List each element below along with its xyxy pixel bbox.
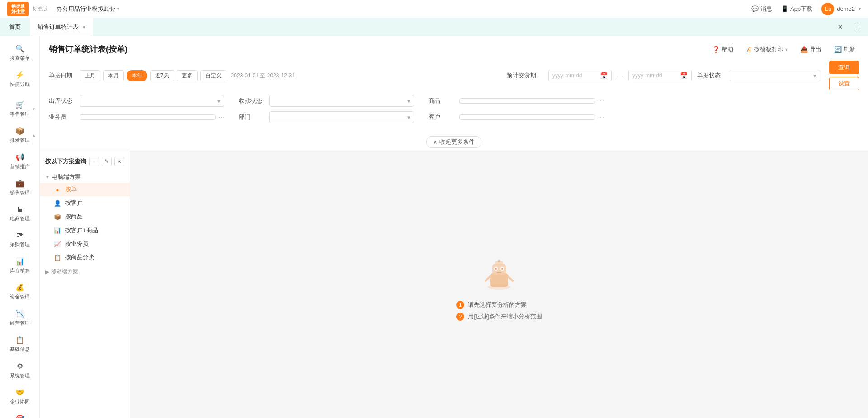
marketing-icon: 📢 [15, 153, 24, 162]
lp-item-customer-label: 按客户 [65, 199, 83, 207]
query-btn[interactable]: 查询 [829, 61, 859, 74]
sidebar-item-retail[interactable]: 🛒 零售管理 [0, 96, 39, 122]
lp-item-goods[interactable]: 📦 按商品 [40, 210, 130, 223]
date-filter-group: 上月 本月 本年 近7天 更多 自定义 2023-01-01 至 2023-12… [80, 70, 501, 81]
lp-item-customer[interactable]: 👤 按客户 [40, 196, 130, 210]
tab-sales-stats[interactable]: 销售订单统计表 × [30, 18, 93, 36]
delivery-status-select[interactable] [80, 95, 224, 107]
date-picker-icon-1[interactable]: 📅 [600, 72, 608, 79]
lp-item-order-label: 按单 [65, 185, 77, 194]
sidebar-marketing-label: 营销推广 [10, 163, 30, 170]
help-btn[interactable]: ❓ 帮助 [708, 43, 737, 55]
lp-item-customer-goods[interactable]: 📊 按客户+商品 [40, 223, 130, 237]
sidebar-item-basic-info[interactable]: 📋 基础信息 [0, 331, 39, 357]
print-icon: 🖨 [746, 46, 752, 53]
sidebar-item-sales[interactable]: 💼 销售管理 [0, 175, 39, 201]
app-download-btn[interactable]: 📱 App下载 [781, 5, 812, 13]
lp-mobile-group[interactable]: ▶ 移动端方案 [40, 264, 130, 277]
date-picker-icon-2[interactable]: 📅 [680, 72, 688, 79]
guide-icon: 🎯 [15, 414, 24, 418]
goods-field: ··· [459, 97, 604, 105]
settings-btn[interactable]: 设置 [829, 77, 859, 90]
lp-add-btn[interactable]: + [89, 157, 99, 166]
sidebar-sales-label: 销售管理 [10, 190, 30, 196]
user-menu[interactable]: Ea demo2 ▾ [821, 3, 861, 15]
user-menu-arrow: ▾ [859, 6, 861, 11]
customer-input[interactable] [459, 114, 595, 120]
lp-edit-btn[interactable]: ✎ [102, 157, 112, 166]
lp-item-goods-category[interactable]: 📋 按商品分类 [40, 251, 130, 264]
custom-btn[interactable]: 自定义 [200, 70, 226, 81]
hint-num-2: 2 [456, 313, 464, 321]
sidebar-item-finance[interactable]: 💰 资金管理 [0, 279, 39, 305]
print-btn[interactable]: 🖨 按模板打印 ▾ [742, 43, 791, 55]
window-expand-btn[interactable]: ⛶ [850, 21, 863, 33]
sidebar-ecommerce-label: 电商管理 [10, 215, 30, 222]
lp-item-goods-category-icon: 📋 [53, 254, 61, 261]
this-year-btn[interactable]: 本年 [127, 70, 147, 81]
message-btn[interactable]: 💬 消息 [751, 5, 772, 13]
last7-btn[interactable]: 近7天 [150, 70, 174, 81]
help-label: 帮助 [722, 45, 733, 53]
lp-item-goods-label: 按商品 [65, 213, 83, 221]
operations-icon: 📉 [15, 309, 24, 318]
lp-item-salesperson-label: 按业务员 [65, 240, 89, 248]
expected-date-end[interactable]: yyyy-mm-dd 📅 [628, 70, 692, 81]
department-label: 部门 [239, 113, 264, 121]
payment-status-wrap: ▾ [269, 95, 414, 107]
order-status-select-wrap: ▾ [730, 70, 820, 81]
sidebar-item-operations[interactable]: 📉 经营管理 [0, 305, 39, 331]
purchase-icon: 🛍 [16, 231, 24, 239]
lp-item-salesperson[interactable]: 📈 按业务员 [40, 237, 130, 251]
goods-input[interactable] [459, 98, 595, 104]
sidebar-item-system[interactable]: ⚙ 系统管理 [0, 357, 39, 384]
order-status-select[interactable] [730, 70, 820, 81]
export-btn[interactable]: 📤 导出 [797, 43, 825, 55]
lp-pc-group[interactable]: ▼ 电脑端方案 [40, 170, 130, 183]
department-wrap: ▾ [269, 111, 414, 123]
sidebar-wholesale-label: 批发管理 [10, 137, 30, 144]
sidebar-item-quick-nav[interactable]: ⚡ 快捷导航 [0, 66, 39, 92]
goods-dots[interactable]: ··· [598, 97, 604, 105]
sidebar-item-guide[interactable]: 🎯 新手引导 [0, 410, 39, 418]
sidebar-enterprise-label: 企业协同 [10, 399, 30, 405]
sidebar-item-inventory[interactable]: 📊 库存核算 [0, 252, 39, 279]
btn-col: 查询 设置 [829, 61, 859, 90]
tab-sales-stats-label: 销售订单统计表 [38, 23, 79, 31]
sidebar-item-search[interactable]: 🔍 搜索菜单 [0, 40, 39, 66]
collapse-bar[interactable]: ∧ 收起更多条件 [40, 133, 868, 151]
svg-line-9 [508, 276, 513, 281]
tabbar: 首页 销售订单统计表 × ✕ ⛶ [0, 18, 868, 36]
sidebar-item-ecommerce[interactable]: 🖥 电商管理 [0, 201, 39, 227]
refresh-btn[interactable]: 🔄 刷新 [830, 43, 859, 55]
wholesale-icon: 📦 [15, 127, 24, 135]
salesperson-input[interactable] [80, 114, 216, 120]
more-btn[interactable]: 更多 [177, 70, 198, 81]
salesperson-dots[interactable]: ··· [218, 113, 224, 121]
sidebar-item-enterprise[interactable]: 🤝 企业协同 [0, 384, 39, 410]
window-close-btn[interactable]: ✕ [834, 21, 846, 33]
expected-date-start[interactable]: yyyy-mm-dd 📅 [548, 70, 612, 81]
lp-collapse-btn[interactable]: « [114, 157, 124, 166]
payment-status-label: 收款状态 [239, 97, 264, 105]
sidebar-search-label: 搜索菜单 [10, 55, 30, 62]
sidebar-item-wholesale[interactable]: 📦 批发管理 [0, 122, 39, 148]
app-download-label: App下载 [790, 5, 812, 13]
collapse-btn[interactable]: ∧ 收起更多条件 [426, 136, 481, 148]
this-month-btn[interactable]: 本月 [103, 70, 124, 81]
hint-text-1: 请先选择要分析的方案 [468, 301, 527, 309]
sidebar-inventory-label: 库存核算 [10, 267, 30, 274]
topbar-left: 畅捷通好生意 标准版 办公用品行业模拟账套 ▾ [7, 2, 119, 16]
sidebar-item-marketing[interactable]: 📢 营销推广 [0, 148, 39, 175]
lp-item-goods-category-label: 按商品分类 [65, 253, 94, 261]
tab-home[interactable]: 首页 [0, 18, 30, 36]
lp-item-order[interactable]: ● 按单 [40, 183, 130, 196]
department-select[interactable] [269, 111, 414, 123]
customer-dots[interactable]: ··· [598, 113, 604, 121]
last-month-btn[interactable]: 上月 [80, 70, 100, 81]
tab-close-btn[interactable]: × [82, 24, 85, 30]
page-title: 销售订单统计表(按单) [49, 44, 127, 55]
payment-status-select[interactable] [269, 95, 414, 107]
sidebar-item-purchase[interactable]: 🛍 采购管理 [0, 227, 39, 252]
app-selector[interactable]: 办公用品行业模拟账套 ▾ [57, 5, 119, 13]
